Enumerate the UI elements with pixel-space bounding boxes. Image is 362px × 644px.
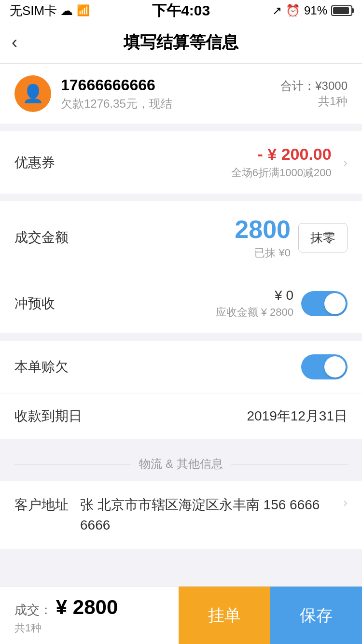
logistics-divider: 物流 & 其他信息 — [0, 447, 362, 481]
status-right: ↗ ⏰ 91% — [272, 4, 352, 17]
prepay-row: 冲预收 ¥ 0 应收金额 ¥ 2800 — [0, 274, 362, 333]
prepay-label: 冲预收 — [14, 294, 55, 313]
battery-percent: 91% — [304, 4, 327, 17]
address-value: 张 北京市市辖区海淀区永丰南 156 6666 6666 — [80, 495, 332, 535]
user-card: 👤 17666666666 欠款1276.35元，现结 合计：¥3000 共1种 — [0, 64, 362, 124]
prepay-value: ¥ 0 — [275, 288, 293, 303]
coupon-row[interactable]: 优惠券 - ¥ 200.00 全场6折满1000减200 › — [0, 131, 362, 194]
user-debt: 欠款1276.35元，现结 — [61, 96, 172, 112]
debt-row: 本单赊欠 — [0, 341, 362, 393]
avatar: 👤 — [14, 75, 51, 112]
prepay-toggle-knob — [324, 293, 346, 314]
deal-amount-sub: 已抹 ¥0 — [254, 246, 291, 260]
debt-toggle[interactable] — [301, 354, 348, 379]
alarm-icon: ⏰ — [286, 4, 300, 17]
prepay-toggle[interactable] — [301, 291, 348, 316]
wifi-icon: 📶 — [77, 4, 90, 17]
user-phone: 17666666666 — [61, 76, 172, 94]
status-bar: 无SIM卡 ☁ 📶 下午4:03 ↗ ⏰ 91% — [0, 0, 362, 21]
debt-section: 本单赊欠 收款到期日 2019年12月31日 — [0, 341, 362, 439]
save-button[interactable]: 保存 — [270, 587, 362, 644]
due-date-label: 收款到期日 — [14, 407, 82, 425]
coupon-label: 优惠券 — [14, 154, 55, 172]
bottom-bar: 成交： ¥ 2800 共1种 挂单 保存 — [0, 586, 362, 644]
sim-label: 无SIM卡 ☁ — [10, 2, 73, 19]
total-label: 合计：¥3000 — [280, 78, 348, 94]
address-chevron-icon: › — [343, 495, 348, 510]
total-count: 共1种 — [280, 94, 348, 109]
coupon-section: 优惠券 - ¥ 200.00 全场6折满1000减200 › — [0, 131, 362, 194]
divider-line-left — [14, 464, 131, 464]
battery-icon — [331, 5, 352, 16]
page-title: 填写结算等信息 — [124, 31, 238, 54]
bottom-buttons: 挂单 保存 — [179, 587, 362, 644]
bottom-deal-label: 成交： — [14, 602, 52, 617]
bottom-summary: 成交： ¥ 2800 共1种 — [0, 596, 179, 635]
bottom-count: 共1种 — [14, 621, 164, 635]
status-left: 无SIM卡 ☁ 📶 — [10, 2, 90, 19]
address-label: 客户地址 — [14, 496, 69, 514]
divider-line-right — [231, 464, 348, 464]
deal-amount-value: 2800 — [235, 215, 291, 244]
prepay-sub: 应收金额 ¥ 2800 — [216, 305, 293, 320]
nav-bar: ‹ 填写结算等信息 — [0, 21, 362, 64]
deal-amount-row: 成交金额 2800 已抹 ¥0 抹零 — [0, 201, 362, 274]
debt-toggle-knob — [324, 356, 346, 378]
content: 👤 17666666666 欠款1276.35元，现结 合计：¥3000 共1种… — [0, 64, 362, 644]
coupon-chevron-icon: › — [343, 155, 348, 170]
address-section[interactable]: 客户地址 张 北京市市辖区海淀区永丰南 156 6666 6666 › — [0, 481, 362, 549]
status-time: 下午4:03 — [152, 1, 210, 21]
avatar-icon: 👤 — [22, 84, 44, 104]
due-date-row: 收款到期日 2019年12月31日 — [0, 393, 362, 439]
coupon-sub: 全场6折满1000减200 — [231, 166, 332, 180]
bottom-amount: ¥ 2800 — [56, 596, 118, 618]
maling-button[interactable]: 抹零 — [298, 223, 348, 252]
coupon-value: - ¥ 200.00 — [258, 145, 332, 164]
amount-section: 成交金额 2800 已抹 ¥0 抹零 冲预收 ¥ 0 应收金额 ¥ 2800 — [0, 201, 362, 333]
location-icon: ↗ — [272, 4, 282, 17]
pending-button[interactable]: 挂单 — [179, 587, 270, 644]
divider-text: 物流 & 其他信息 — [131, 456, 230, 472]
due-date-value: 2019年12月31日 — [247, 407, 348, 425]
back-button[interactable]: ‹ — [12, 32, 17, 53]
debt-label: 本单赊欠 — [14, 358, 69, 376]
deal-amount-label: 成交金额 — [14, 228, 69, 247]
